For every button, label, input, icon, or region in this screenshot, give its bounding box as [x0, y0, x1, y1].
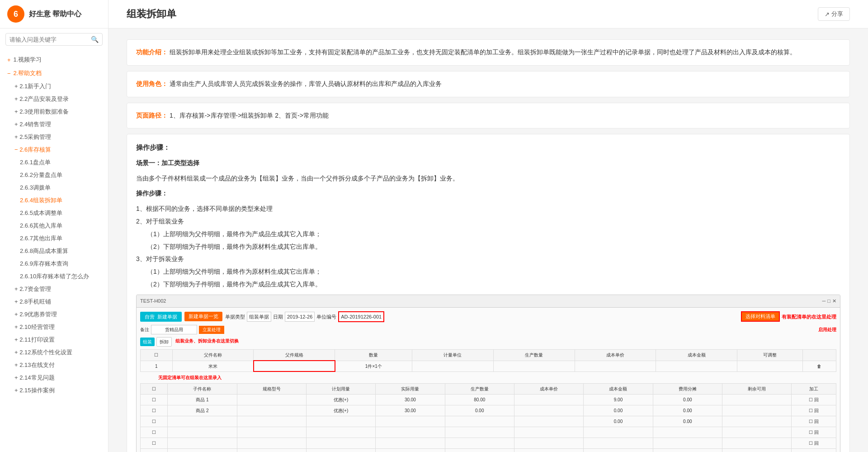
- sidebar-item-s25[interactable]: + 2.5采购管理: [0, 131, 108, 143]
- sidebar-item-s261[interactable]: 2.6.1盘点单: [0, 156, 108, 169]
- share-button[interactable]: ↗ 分享: [818, 7, 850, 21]
- th-checkbox: ☐: [141, 350, 173, 361]
- mock-type-switch: 组装 拆卸: [140, 337, 172, 347]
- path-text: 1、库存核算->库存管理->组装拆卸单 2、首页->常用功能: [170, 112, 329, 119]
- step-3-1: （1）上部明细为父件明细，最终作为原材料生成其它出库单；: [136, 266, 840, 277]
- screenshot-mockup: TEST-H002 ─ □ ✕ 自营 新建单据: [136, 295, 840, 452]
- sidebar-item-s266[interactable]: 2.6.6其他入库单: [0, 219, 108, 232]
- th-qty: 数量: [335, 350, 412, 361]
- sidebar-item-s27[interactable]: + 2.7资金管理: [0, 283, 108, 295]
- sidebar-item-section2[interactable]: − 2.帮助文档: [0, 67, 108, 80]
- role-label: 使用角色：: [136, 80, 168, 87]
- plus-icon-s27: +: [14, 285, 19, 292]
- mock-lower-table: ☐ 子件名称 规格型号 计划用量 实际用量 生产数量 成本单价 成本金额 费用分…: [140, 383, 836, 452]
- mock-switch-row: 组装 拆卸 组装业务、拆卸业务在这里切换: [140, 337, 836, 347]
- sidebar-item-s215[interactable]: + 2.15操作案例: [0, 384, 108, 397]
- mock-right-actions: 选择对料清单 有装配清单的在这里处理: [741, 311, 836, 322]
- sidebar-item-s264[interactable]: 2.6.4组装拆卸单: [0, 194, 108, 207]
- sidebar-item-s24[interactable]: + 2.4销售管理: [0, 118, 108, 131]
- plus-icon-s213: +: [14, 362, 19, 368]
- plus-icon-s29: +: [14, 311, 19, 318]
- plus-icon-s28: +: [14, 298, 19, 305]
- parent-spec-highlight: [254, 361, 335, 371]
- search-input[interactable]: [9, 36, 91, 43]
- table-header-row: ☐ 父件名称 父件规格 数量 计量单位 生产数量 成本单价 成本金额 可调整: [141, 350, 836, 361]
- mock-assembly-tab[interactable]: 组装: [140, 338, 155, 346]
- intro-label: 功能介绍：: [136, 48, 168, 56]
- page-title: 组装拆卸单: [127, 7, 176, 21]
- mock-date-field[interactable]: 2019-12-26: [285, 312, 315, 322]
- search-box[interactable]: 🔍: [5, 33, 103, 46]
- main-content: 功能介绍： 组装拆卸单用来处理企业组装或拆卸等加工业务，支持有固定装配清单的产品…: [108, 29, 868, 452]
- th-adjustable: 可调整: [737, 350, 803, 361]
- expand-icon-s1: +: [7, 57, 11, 63]
- sidebar-item-s265[interactable]: 2.6.5成本调整单: [0, 207, 108, 219]
- titlebar-controls: ─ □ ✕: [822, 297, 836, 305]
- annotation-switch: 组装业务、拆卸业务在这里切换: [175, 337, 239, 345]
- step-1: 1、根据不同的业务，选择不同单据的类型来处理: [136, 204, 840, 214]
- sidebar-item-s213[interactable]: + 2.13在线支付: [0, 359, 108, 371]
- table-row: 1 米米 1件×1个 🗑: [141, 361, 836, 371]
- th-unit: 计量单位: [412, 350, 494, 361]
- mock-code-field[interactable]: AD-20191226-001: [338, 311, 384, 323]
- mock-disassembly-tab[interactable]: 拆卸: [156, 337, 172, 347]
- th-parent-name: 父件名称: [172, 350, 254, 361]
- mock-upper-table-container: ☐ 父件名称 父件规格 数量 计量单位 生产数量 成本单价 成本金额 可调整: [140, 349, 836, 372]
- maximize-icon: □: [827, 297, 830, 305]
- sidebar-item-s23[interactable]: + 2.3使用前数据准备: [0, 105, 108, 118]
- th-prod-qty: 生产数量: [493, 350, 575, 361]
- th-cost-price: 成本单价: [575, 350, 656, 361]
- step-title: 操作步骤：: [136, 190, 168, 197]
- mock-toolbar: 自营 新建单据 新建单据一览 单据类型 组装单据 日期 2019-12-26 单…: [140, 311, 836, 323]
- mock-remark-row: 备注 货精品用 立案处理: [140, 325, 224, 334]
- sidebar-item-s22[interactable]: + 2.2产品安装及登录: [0, 93, 108, 105]
- sidebar-item-s214[interactable]: + 2.14常见问题: [0, 371, 108, 384]
- step-2: 2、对于组装业务: [136, 216, 840, 227]
- sidebar-header: 6 好生意 帮助中心: [0, 0, 108, 29]
- sidebar-item-s263[interactable]: 2.6.3调拨单: [0, 181, 108, 194]
- sidebar-item-s212[interactable]: + 2.12系统个性化设置: [0, 346, 108, 359]
- sidebar-item-section1[interactable]: + 1.视频学习: [0, 53, 108, 67]
- mock-btn-new[interactable]: 新建单据一览: [184, 312, 222, 321]
- sidebar-item-s26[interactable]: − 2.6库存核算: [0, 143, 108, 156]
- sidebar-item-s28[interactable]: + 2.8手机旺铺: [0, 295, 108, 308]
- plus-icon-s210: +: [14, 324, 19, 330]
- sidebar-item-label-s2: 2.帮助文档: [14, 69, 42, 77]
- share-icon: ↗: [825, 11, 830, 18]
- sidebar-item-s29[interactable]: + 2.9优惠券管理: [0, 308, 108, 321]
- lower-table-row-5: ☐ ☐ 回: [141, 438, 836, 449]
- scene-desc: 当由多个子件材料组装成一个成品的业务为【组装】业务，当由一个父件拆分成多个子产品…: [136, 173, 840, 184]
- th-action: [802, 350, 836, 361]
- mock-btn-select-bom[interactable]: 选择对料清单: [741, 311, 780, 322]
- sidebar-sub-sub-list-s26: 2.6.1盘点单 2.6.2分量盘点单 2.6.3调拨单 2.6.4组装拆卸单 …: [0, 156, 108, 283]
- mock-module-tab[interactable]: 自营 新建单据: [140, 312, 182, 322]
- sidebar-item-s211[interactable]: + 2.11打印设置: [0, 333, 108, 346]
- plus-icon-s214: +: [14, 374, 19, 381]
- step-3-2: （2）下部明细为子件明细，最终作为产成品生成其它入库单。: [136, 279, 840, 290]
- logo-icon: 6: [7, 5, 24, 23]
- plus-icon-s211: +: [14, 336, 19, 343]
- main-area: 组装拆卸单 ↗ 分享 功能介绍： 组装拆卸单用来处理企业组装或拆卸等加工业务，支…: [108, 0, 868, 452]
- mock-remark-field[interactable]: 货精品用: [151, 325, 197, 334]
- step-2-1: （1）上部明细为父件明细，最终作为产成品生成其它入库单；: [136, 229, 840, 240]
- mock-btn-apply[interactable]: 立案处理: [199, 326, 224, 334]
- sidebar-item-s269[interactable]: 2.6.9库存账本查询: [0, 257, 108, 270]
- sidebar-sub-list-s2: + 2.1新手入门 + 2.2产品安装及登录 + 2.3使用前数据准备 + 2.…: [0, 80, 108, 397]
- mock-form-fields: 单据类型 组装单据 日期 2019-12-26 单位编号 AD-20191226…: [225, 311, 384, 323]
- path-card: 页面路径： 1、库存核算->库存管理->组装拆卸单 2、首页->常用功能: [127, 103, 850, 129]
- sidebar-item-s262[interactable]: 2.6.2分量盘点单: [0, 169, 108, 181]
- app-title: 好生意 帮助中心: [29, 10, 81, 19]
- screenshot-body: 自营 新建单据 新建单据一览 单据类型 组装单据 日期 2019-12-26 单…: [137, 308, 840, 452]
- search-button[interactable]: 🔍: [91, 36, 99, 43]
- nav-list: + 1.视频学习 − 2.帮助文档 + 2.1新手入门 + 2.2产品安装及登录…: [0, 50, 108, 400]
- step-2-2: （2）下部明细为子件明细，最终作为原材料生成其它出库单。: [136, 242, 840, 252]
- sidebar-item-s268[interactable]: 2.6.8商品成本重算: [0, 245, 108, 257]
- plus-icon-s23: +: [14, 108, 19, 115]
- sidebar-item-s267[interactable]: 2.6.7其他出库单: [0, 232, 108, 245]
- mock-type-field[interactable]: 组装单据: [247, 312, 271, 322]
- operations-card: 操作步骤： 场景一：加工类型选择 当由多个子件材料组装成一个成品的业务为【组装】…: [127, 134, 850, 452]
- sidebar-item-s21[interactable]: + 2.1新手入门: [0, 80, 108, 93]
- sidebar-item-s210[interactable]: + 2.10经营管理: [0, 321, 108, 333]
- annotation-apply: 启用处理: [818, 326, 836, 333]
- sidebar-item-s2610[interactable]: 2.6.10库存账本错了怎么办: [0, 270, 108, 283]
